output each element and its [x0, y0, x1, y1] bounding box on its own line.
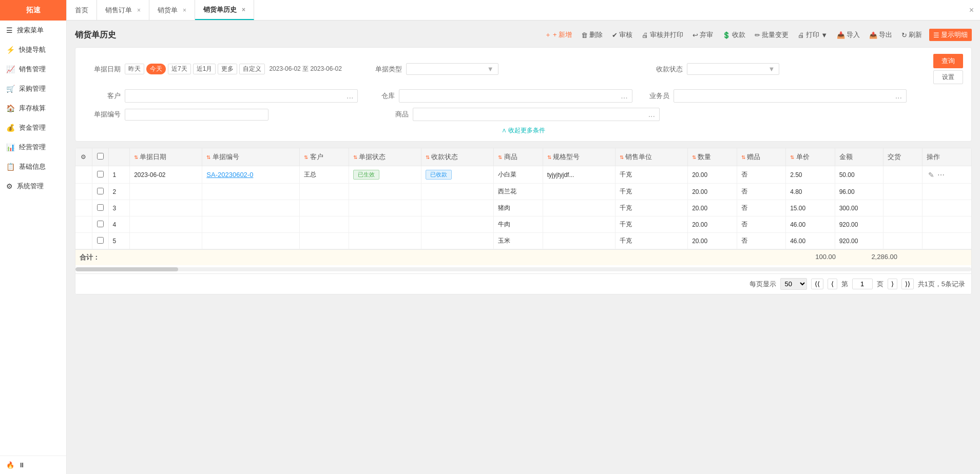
- warehouse-input[interactable]: ...: [399, 89, 632, 103]
- sidebar-item-sales-mgmt[interactable]: 📈 销售管理: [0, 60, 66, 79]
- tab-sales-goods-close[interactable]: ×: [183, 7, 186, 14]
- sidebar-item-ops-mgmt[interactable]: 📊 经营管理: [0, 137, 66, 157]
- gear-column-header[interactable]: ⚙: [75, 148, 92, 166]
- refresh-button[interactable]: ↻ 刷新: [899, 29, 924, 41]
- price-column-header[interactable]: ⇅ 单价: [786, 148, 835, 166]
- select-all-checkbox[interactable]: [97, 153, 104, 160]
- row-checkbox[interactable]: [97, 204, 104, 211]
- date-7days[interactable]: 近7天: [168, 64, 191, 74]
- checkbox-column-header[interactable]: [92, 148, 108, 166]
- export-button[interactable]: 📤 导出: [867, 29, 894, 41]
- collect-button[interactable]: 💲 收款: [720, 29, 747, 41]
- row-checkbox-cell[interactable]: [92, 200, 108, 216]
- row-doc-status: 已生效: [349, 166, 421, 184]
- new-icon: ＋: [545, 30, 551, 40]
- more-button[interactable]: ⋯: [936, 171, 946, 179]
- row-price: 2.50: [786, 166, 835, 184]
- horizontal-scrollbar[interactable]: [75, 267, 971, 271]
- collect-status-select[interactable]: ▼: [687, 63, 779, 75]
- page-next-button[interactable]: ⟩: [888, 279, 897, 289]
- audit-print-button[interactable]: 🖨 审核并打印: [640, 29, 685, 41]
- staff-dots[interactable]: ...: [895, 91, 902, 101]
- unit-column-header[interactable]: ⇅ 销售单位: [615, 148, 687, 166]
- doc-no-column-header[interactable]: ⇅ 单据编号: [202, 148, 300, 166]
- delete-button[interactable]: 🗑 删除: [579, 29, 605, 41]
- sidebar-item-purchase-mgmt[interactable]: 🛒 采购管理: [0, 79, 66, 98]
- row-checkbox[interactable]: [97, 237, 104, 244]
- date-yesterday[interactable]: 昨天: [125, 64, 144, 74]
- audit-button[interactable]: ✔ 审核: [610, 29, 635, 41]
- doc-type-select[interactable]: ▼: [406, 63, 498, 75]
- row-unit: 千克: [615, 216, 687, 233]
- page-number-input[interactable]: [852, 279, 873, 289]
- date-more[interactable]: 更多: [218, 64, 237, 74]
- row-checkbox-cell[interactable]: [92, 233, 108, 249]
- edit-button[interactable]: ✎: [927, 171, 936, 179]
- print-button[interactable]: 🖨 打印 ▼: [796, 29, 830, 41]
- tab-sales-order-close[interactable]: ×: [137, 7, 141, 14]
- filter-row-2: 客户 ... 仓库 ... 业务员: [84, 89, 963, 103]
- row-checkbox-cell[interactable]: [92, 184, 108, 200]
- row-doc-no[interactable]: SA-20230602-0: [202, 166, 300, 184]
- qty-column-header[interactable]: ⇅ 数量: [688, 148, 737, 166]
- tab-sales-history-close[interactable]: ×: [242, 6, 245, 13]
- row-checkbox[interactable]: [97, 221, 104, 227]
- tab-sales-history[interactable]: 销货单历史 ×: [195, 0, 254, 20]
- sidebar-item-fund-mgmt[interactable]: 💰 资金管理: [0, 118, 66, 137]
- tab-bar-close-all[interactable]: ×: [963, 6, 980, 15]
- import-button[interactable]: 📥 导入: [835, 29, 862, 41]
- import-icon: 📥: [837, 31, 845, 39]
- tab-sales-goods[interactable]: 销货单 ×: [149, 0, 195, 20]
- staff-input[interactable]: ...: [674, 89, 907, 103]
- sidebar-item-quick-nav[interactable]: ⚡ 快捷导航: [0, 40, 66, 60]
- spec-column-header[interactable]: ⇅ 规格型号: [543, 148, 615, 166]
- warehouse-dots[interactable]: ...: [621, 91, 627, 101]
- row-checkbox[interactable]: [97, 188, 104, 194]
- row-gear-cell: [75, 216, 92, 233]
- sidebar-item-inventory-calc[interactable]: 🏠 库存核算: [0, 98, 66, 118]
- doc-date-column-header[interactable]: ⇅ 单据日期: [130, 148, 202, 166]
- show-detail-button[interactable]: ☰ 显示明细: [929, 29, 972, 41]
- abandon-button[interactable]: ↩ 弃审: [690, 29, 715, 41]
- row-checkbox-cell[interactable]: [92, 166, 108, 184]
- doc-status-column-header[interactable]: ⇅ 单据状态: [349, 148, 421, 166]
- sidebar-item-sys-mgmt[interactable]: ⚙ 系统管理: [0, 176, 66, 196]
- goods-column-header[interactable]: ⇅ 商品: [494, 148, 543, 166]
- doc-no-link[interactable]: SA-20230602-0: [206, 171, 253, 179]
- tab-home[interactable]: 首页: [67, 0, 97, 20]
- collapse-button[interactable]: ∧ 收起更多条件: [84, 126, 963, 135]
- set-button[interactable]: 设置: [933, 70, 963, 84]
- audit-print-label: 审核并打印: [650, 30, 683, 40]
- page-prev-button[interactable]: ⟨: [828, 279, 837, 289]
- collect-status-column-header[interactable]: ⇅ 收款状态: [421, 148, 494, 166]
- query-button[interactable]: 查询: [933, 54, 963, 68]
- export-label: 导出: [879, 30, 892, 40]
- customer-dots[interactable]: ...: [347, 91, 353, 101]
- row-doc-no[interactable]: [202, 200, 300, 216]
- batch-change-button[interactable]: ✏ 批量变更: [753, 29, 791, 41]
- row-doc-no[interactable]: [202, 233, 300, 249]
- tab-sales-order[interactable]: 销售订单 ×: [97, 0, 149, 20]
- new-button[interactable]: ＋ + 新增: [543, 29, 574, 41]
- row-checkbox[interactable]: [97, 171, 104, 177]
- customer-column-header[interactable]: ⇅ 客户: [300, 148, 349, 166]
- goods-dots[interactable]: ...: [648, 110, 655, 119]
- row-doc-no[interactable]: [202, 184, 300, 200]
- page-last-button[interactable]: ⟩⟩: [901, 279, 914, 289]
- customer-input[interactable]: ...: [125, 89, 358, 103]
- page-size-select[interactable]: 50 10 20 100: [780, 278, 807, 290]
- sidebar-item-search-menu[interactable]: ☰ 搜索菜单: [0, 21, 66, 40]
- date-1month[interactable]: 近1月: [193, 64, 216, 74]
- sidebar-fire-btn[interactable]: 🔥 ⏸: [0, 456, 66, 474]
- goods-input[interactable]: ...: [413, 108, 660, 121]
- date-today[interactable]: 今天: [146, 64, 166, 74]
- row-goods: 玉米: [494, 233, 543, 249]
- row-checkbox-cell[interactable]: [92, 216, 108, 233]
- doc-no-input[interactable]: [125, 109, 268, 121]
- gift-column-header[interactable]: ⇅ 赠品: [737, 148, 786, 166]
- page-first-button[interactable]: ⟨⟨: [811, 279, 823, 289]
- scrollbar-thumb[interactable]: [75, 267, 178, 271]
- sidebar-item-base-info[interactable]: 📋 基础信息: [0, 157, 66, 176]
- date-custom[interactable]: 自定义: [239, 64, 265, 74]
- row-doc-no[interactable]: [202, 216, 300, 233]
